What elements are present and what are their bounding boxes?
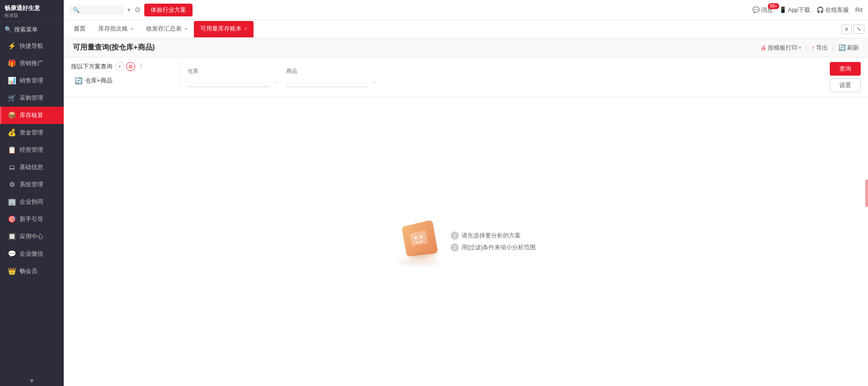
empty-icon (396, 219, 442, 264)
action-divider-2: | (832, 44, 834, 51)
product-more-button[interactable]: ··· (370, 78, 378, 86)
scheme-warehouse-icon: 🔄 (75, 77, 82, 84)
tabs-expand-button[interactable]: ⤡ (853, 25, 864, 34)
filter-actions: 查询 设置 (830, 62, 861, 92)
tabs-right-controls: × ⤡ (842, 24, 868, 34)
topbar-search-input[interactable] (81, 7, 118, 13)
sidebar-item-marketing[interactable]: 🎁 营销推广 (0, 55, 64, 72)
refresh-button[interactable]: 🔄 刷新 (838, 44, 859, 52)
tab-batch-ledger-label: 库存批次账 (98, 25, 128, 33)
sidebar-item-apps[interactable]: 🔲 应用中心 (0, 228, 64, 245)
topbar-chevron-icon[interactable]: ▾ (127, 6, 131, 13)
topbar-app-download[interactable]: 📱 App下载 (779, 6, 810, 14)
tab-available-ledger-label: 可用量库存账本 (200, 25, 242, 33)
sidebar-item-label: 企业微信 (20, 250, 43, 258)
svg-rect-0 (410, 231, 428, 246)
scheme-add-button[interactable]: + (115, 62, 124, 71)
scheme-warehouse-product[interactable]: 🔄 仓库+商品 (71, 75, 174, 87)
sidebar-item-business[interactable]: 📋 经营管理 (0, 141, 64, 159)
tab-available-ledger-close[interactable]: × (244, 26, 247, 31)
print-chevron-icon[interactable]: ▾ (799, 45, 801, 50)
warehouse-field-label: 仓库 (188, 67, 279, 75)
enterprise-icon: 🏢 (8, 198, 16, 206)
scheme-settings-button[interactable]: ⚙ (126, 62, 135, 71)
topbar-gear-icon[interactable]: ⚙ (134, 5, 141, 14)
print-button[interactable]: 🖨 按模板打印 ▾ (761, 44, 801, 52)
search-icon: 🔍 (73, 7, 80, 13)
scheme-warehouse-label: 仓库+商品 (85, 77, 112, 85)
sidebar-item-inventory[interactable]: 📦 库存核算 (0, 107, 64, 124)
sidebar-item-basic[interactable]: 🗂 基础信息 (0, 159, 64, 176)
refresh-icon: 🔄 (838, 44, 846, 51)
tab-available-ledger[interactable]: 可用量库存账本 × (194, 21, 254, 37)
user-name: Rit (855, 6, 863, 13)
member-icon: 👑 (8, 267, 16, 275)
page-title: 可用量查询(按仓库+商品) (73, 43, 155, 52)
sidebar-item-finance[interactable]: 💰 资金管理 (0, 124, 64, 141)
filter-area: 按以下方案查询 + ⚙ 《 🔄 仓库+商品 仓 (64, 57, 868, 97)
sidebar-item-label: 系统管理 (20, 180, 43, 189)
filter-scheme-header: 按以下方案查询 + ⚙ 《 (71, 62, 174, 71)
sidebar-item-newbie[interactable]: 🎯 新手引导 (0, 211, 64, 228)
print-icon: 🖨 (761, 44, 766, 51)
print-label: 按模板打印 (768, 44, 797, 52)
tab-home[interactable]: 首页 (67, 21, 92, 37)
product-field-label: 商品 (286, 67, 378, 75)
topbar: 🔍 ▾ ⚙ 体验行业方案 💬 消息 99+ 📱 App下载 🎧 在 (64, 0, 868, 20)
topbar-online-service[interactable]: 🎧 在线客服 (817, 6, 849, 14)
sidebar-item-label: 采购管理 (20, 94, 43, 102)
sidebar-scroll-down[interactable]: ▼ (0, 376, 64, 386)
sidebar-item-label: 应用中心 (20, 232, 43, 241)
purchase-icon: 🛒 (8, 94, 16, 102)
empty-tips: 1 请先选择要分析的方案 2 用[过滤]条件来缩小分析范围 (451, 232, 536, 252)
settings-button[interactable]: 设置 (830, 78, 861, 92)
scheme-collapse-button[interactable]: 《 (137, 62, 142, 71)
tab-batch-ledger-close[interactable]: × (131, 26, 133, 31)
tab-receipt-summary[interactable]: 收发存汇总表 × (140, 21, 193, 37)
sidebar-item-enterprise[interactable]: 🏢 企业协同 (0, 193, 64, 211)
tab-receipt-summary-close[interactable]: × (184, 26, 187, 31)
export-label: 导出 (816, 44, 828, 52)
sidebar-item-sales[interactable]: 📊 销售管理 (0, 72, 64, 89)
product-input[interactable] (286, 77, 368, 87)
tab-receipt-summary-label: 收发存汇总表 (146, 25, 182, 33)
empty-tip-1: 1 请先选择要分析的方案 (451, 232, 536, 240)
search-icon: 🔍 (5, 26, 12, 33)
topbar-search-box[interactable]: 🔍 (69, 5, 124, 15)
sidebar-item-label: 企业协同 (20, 198, 43, 206)
sidebar-logo-title: 畅康通好生意 (5, 5, 59, 12)
empty-state-content: 1 请先选择要分析的方案 2 用[过滤]条件来缩小分析范围 (396, 219, 536, 264)
sidebar-nav: ⚡ 快捷导航 🎁 营销推广 📊 销售管理 🛒 采购管理 📦 库存核算 💰 (0, 37, 64, 376)
marketing-icon: 🎁 (8, 59, 16, 67)
sidebar-search[interactable]: 🔍 搜索菜单 (0, 22, 64, 37)
query-button[interactable]: 查询 (830, 62, 861, 76)
sidebar-item-system[interactable]: ⚙ 系统管理 (0, 176, 64, 193)
tip-number-1: 1 (451, 232, 459, 240)
sidebar-item-wechat[interactable]: 💬 企业微信 (0, 245, 64, 262)
sidebar-item-label: 基础信息 (20, 163, 43, 171)
sidebar-item-member[interactable]: 👑 畅会员 (0, 262, 64, 280)
topbar-user[interactable]: Rit (855, 6, 863, 13)
empty-tip-2-text: 用[过滤]条件来缩小分析范围 (462, 243, 536, 252)
tabs-bar: 首页 库存批次账 × 收发存汇总表 × 可用量库存账本 × × ⤡ (64, 20, 868, 38)
tabs-close-button[interactable]: × (842, 24, 852, 34)
content-area: 可用量查询(按仓库+商品) 🖨 按模板打印 ▾ | ↑ 导出 | 🔄 (64, 38, 868, 386)
sidebar-item-quick-nav[interactable]: ⚡ 快捷导航 (0, 37, 64, 55)
filter-fields: 仓库 ··· 商品 ··· 查询 (180, 62, 861, 92)
quick-nav-icon: ⚡ (8, 42, 16, 50)
page-header-actions: 🖨 按模板打印 ▾ | ↑ 导出 | 🔄 刷新 (761, 44, 859, 52)
main-area: 🔍 ▾ ⚙ 体验行业方案 💬 消息 99+ 📱 App下载 🎧 在 (64, 0, 868, 386)
export-button[interactable]: ↑ 导出 (812, 44, 828, 52)
service-icon: 🎧 (817, 6, 824, 13)
export-icon: ↑ (812, 44, 815, 51)
topbar-message[interactable]: 💬 消息 99+ (752, 6, 773, 14)
sidebar-item-purchase[interactable]: 🛒 采购管理 (0, 89, 64, 107)
tab-batch-ledger[interactable]: 库存批次账 × (92, 21, 140, 37)
product-filter-field: 商品 ··· (286, 67, 378, 87)
industry-solution-button[interactable]: 体验行业方案 (144, 4, 193, 16)
sidebar-item-label: 经营管理 (20, 146, 43, 154)
page-header: 可用量查询(按仓库+商品) 🖨 按模板打印 ▾ | ↑ 导出 | 🔄 (64, 38, 868, 57)
sidebar-logo-sub: 标准版 (5, 12, 59, 19)
warehouse-input[interactable] (188, 77, 269, 87)
warehouse-more-button[interactable]: ··· (271, 78, 279, 86)
